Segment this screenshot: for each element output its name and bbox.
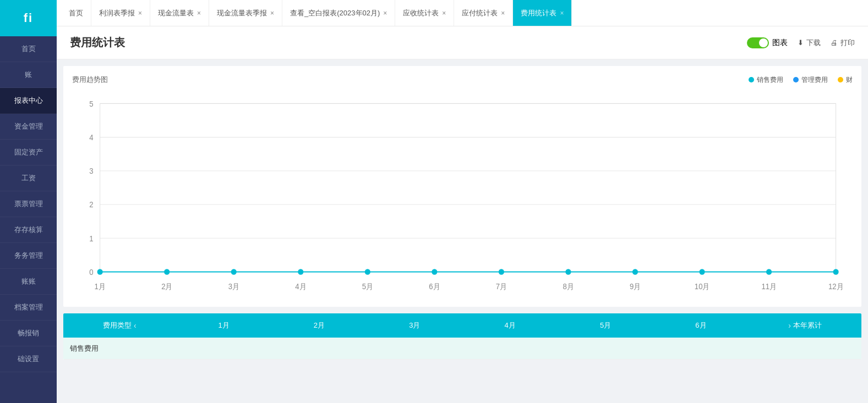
svg-text:5月: 5月 — [362, 283, 373, 291]
print-label: 打印 — [840, 38, 855, 48]
tab-cashflow[interactable]: 现金流量表 × — [150, 0, 209, 26]
sidebar-item-fund-mgmt[interactable]: 资金管理 — [0, 114, 57, 140]
tab-expense-stats-close[interactable]: × — [560, 9, 564, 17]
th-month-2: 2月 — [271, 321, 367, 330]
sidebar-item-base-settings[interactable]: 础设置 — [0, 346, 57, 372]
tab-bar: 首页 利润表季报 × 现金流量表 × 现金流量表季报 × 查看_空白报表(202… — [57, 0, 868, 26]
sidebar-item-payroll[interactable]: 工资 — [0, 165, 57, 191]
tab-expense-stats[interactable]: 费用统计表 × — [513, 0, 572, 26]
chart-title: 费用趋势图 — [72, 75, 108, 85]
tab-blank-report-label: 查看_空白报表(2023年02月) — [290, 8, 380, 18]
tab-cashflow-quarter-label: 现金流量表季报 — [217, 8, 267, 18]
th-year-total-label: 本年累计 — [793, 321, 822, 330]
svg-point-22 — [699, 269, 705, 275]
tab-receivable[interactable]: 应收统计表 × — [395, 0, 454, 26]
nav-next-arrow[interactable]: › — [788, 321, 791, 330]
sidebar-item-sales-return[interactable]: 畅报销 — [0, 321, 57, 346]
sidebar-item-account[interactable]: 账 — [0, 62, 57, 88]
chart-toggle-label: 图表 — [772, 38, 788, 48]
th-month-1: 1月 — [176, 321, 271, 330]
sidebar-item-inventory[interactable]: 存存核算 — [0, 217, 57, 243]
legend-label-sales: 销售费用 — [757, 75, 783, 85]
tab-cashflow-quarter-close[interactable]: × — [270, 9, 274, 17]
print-icon: 🖨 — [831, 38, 838, 47]
chart-toggle[interactable]: 图表 — [747, 37, 788, 48]
svg-text:1月: 1月 — [95, 283, 106, 291]
svg-point-18 — [432, 269, 437, 275]
tab-blank-report[interactable]: 查看_空白报表(2023年02月) × — [282, 0, 395, 26]
main-area: 首页 利润表季报 × 现金流量表 × 现金流量表季报 × 查看_空白报表(202… — [57, 0, 868, 403]
tab-home-label: 首页 — [69, 8, 83, 18]
sidebar-item-home[interactable]: 首页 — [0, 36, 57, 62]
content-area: 费用统计表 图表 ⬇ 下载 🖨 打印 — [57, 26, 868, 403]
sidebar-item-service-mgmt[interactable]: 务务管理 — [0, 243, 57, 269]
download-button[interactable]: ⬇ 下载 — [798, 38, 821, 48]
chart-header: 费用趋势图 销售费用 管理费用 财 — [72, 75, 853, 85]
legend-sales-expense: 销售费用 — [749, 75, 783, 85]
page-header: 费用统计表 图表 ⬇ 下载 🖨 打印 — [57, 26, 868, 59]
sidebar-item-invoice-mgmt[interactable]: 票票管理 — [0, 191, 57, 217]
table-row-sales-expense: 销售费用 — [63, 338, 861, 360]
legend-mgmt-expense: 管理费用 — [793, 75, 828, 85]
svg-point-15 — [231, 269, 237, 275]
tab-payable-close[interactable]: × — [501, 9, 505, 17]
print-button[interactable]: 🖨 打印 — [831, 38, 855, 48]
chart-section: 费用趋势图 销售费用 管理费用 财 — [63, 66, 861, 307]
svg-text:6月: 6月 — [429, 283, 440, 291]
svg-point-17 — [365, 269, 370, 275]
th-month-6: 6月 — [653, 321, 749, 330]
th-type-label: 费用类型 — [103, 321, 132, 330]
svg-text:1: 1 — [89, 234, 93, 242]
tab-profit-quarter[interactable]: 利润表季报 × — [91, 0, 150, 26]
svg-text:11月: 11月 — [761, 283, 776, 291]
download-label: 下载 — [806, 38, 821, 48]
sidebar: fi 首页 账 报表中心 资金管理 固定资产 工资 票票管理 存存核算 务务管理… — [0, 0, 57, 403]
th-month-4: 4月 — [462, 321, 558, 330]
svg-point-24 — [833, 269, 839, 275]
svg-text:5: 5 — [89, 100, 93, 108]
tab-receivable-close[interactable]: × — [442, 9, 446, 17]
tab-receivable-label: 应收统计表 — [403, 8, 439, 18]
tab-profit-quarter-close[interactable]: × — [138, 9, 142, 17]
svg-text:4: 4 — [89, 134, 94, 142]
svg-point-16 — [298, 269, 303, 275]
tab-home[interactable]: 首页 — [61, 0, 91, 26]
svg-point-14 — [164, 269, 170, 275]
tab-cashflow-quarter[interactable]: 现金流量表季报 × — [209, 0, 282, 26]
svg-text:2月: 2月 — [161, 283, 172, 291]
sidebar-item-report-center[interactable]: 报表中心 — [0, 88, 57, 114]
sidebar-item-archive-mgmt[interactable]: 档案管理 — [0, 295, 57, 321]
chart-legend: 销售费用 管理费用 财 — [749, 75, 853, 85]
legend-dot-mgmt — [793, 77, 799, 82]
sidebar-item-sub-account[interactable]: 账账 — [0, 269, 57, 295]
th-month-5: 5月 — [558, 321, 653, 330]
svg-point-13 — [97, 269, 103, 275]
tab-cashflow-close[interactable]: × — [197, 9, 201, 17]
nav-prev-arrow[interactable]: ‹ — [134, 321, 137, 330]
svg-text:10月: 10月 — [695, 283, 709, 291]
svg-text:12月: 12月 — [828, 283, 843, 291]
td-sales-type: 销售费用 — [63, 344, 178, 354]
sidebar-item-fixed-assets[interactable]: 固定资产 — [0, 140, 57, 165]
tab-profit-quarter-label: 利润表季报 — [99, 8, 135, 18]
legend-dot-sales — [749, 77, 754, 82]
header-actions: 图表 ⬇ 下载 🖨 打印 — [747, 37, 855, 48]
table-header: 费用类型 ‹ 1月 2月 3月 4月 5月 6月 › 本年累计 — [63, 313, 861, 338]
toggle-thumb — [759, 38, 768, 47]
toggle-track[interactable] — [747, 37, 769, 48]
app-logo: fi — [0, 0, 57, 36]
tab-blank-report-close[interactable]: × — [383, 9, 387, 17]
svg-text:9月: 9月 — [630, 283, 641, 291]
svg-text:2: 2 — [89, 201, 93, 209]
table-section: 费用类型 ‹ 1月 2月 3月 4月 5月 6月 › 本年累计 销售费用 — [63, 313, 861, 360]
svg-rect-12 — [100, 103, 836, 272]
svg-text:4月: 4月 — [295, 283, 306, 291]
download-icon: ⬇ — [798, 38, 804, 47]
tab-payable[interactable]: 应付统计表 × — [454, 0, 513, 26]
svg-text:3: 3 — [89, 167, 93, 175]
page-title: 费用统计表 — [70, 35, 125, 50]
svg-text:0: 0 — [89, 268, 93, 277]
legend-label-mgmt: 管理费用 — [801, 75, 828, 85]
th-month-3: 3月 — [367, 321, 462, 330]
svg-point-19 — [499, 269, 504, 275]
